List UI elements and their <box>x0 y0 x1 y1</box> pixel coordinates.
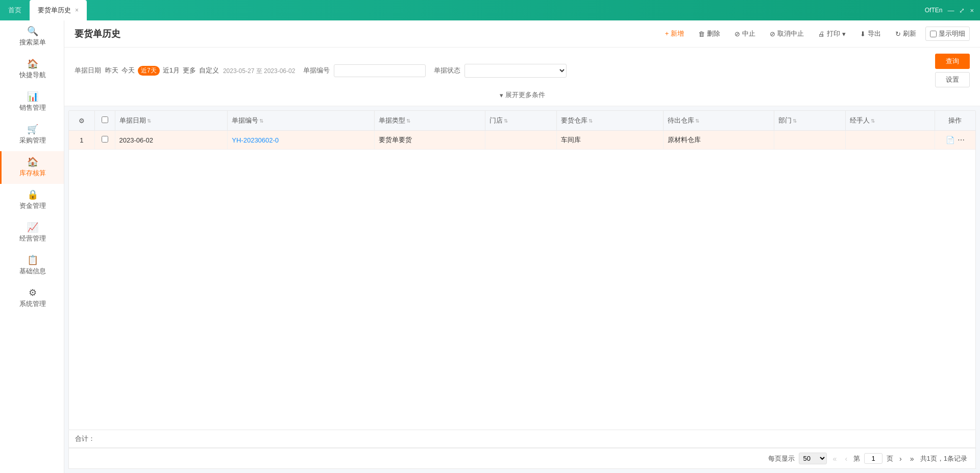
sidebar-item-inventory[interactable]: 🏠 库存核算 <box>0 151 64 184</box>
tab-requisition-history-label: 要货单历史 <box>38 6 71 15</box>
dept-sort-icon[interactable]: ⇅ <box>793 118 797 124</box>
store-sort-icon[interactable]: ⇅ <box>504 118 508 124</box>
table-body: 1 2023-06-02 YH-20230602-0 要货单要货 车间库 原材料… <box>69 131 975 150</box>
col-ops: 操作 <box>935 111 975 131</box>
delete-icon: 🗑 <box>698 30 705 38</box>
date-filter-label: 单据日期 <box>75 66 101 75</box>
shortcut-1month[interactable]: 近1月 <box>163 66 180 75</box>
cancel-stop-icon: ⊘ <box>770 30 775 38</box>
tab-home[interactable]: 首页 <box>0 0 30 20</box>
maximize-icon[interactable]: ⤢ <box>959 7 965 14</box>
req-wh-sort-icon[interactable]: ⇅ <box>589 118 593 124</box>
header-actions: + 新增 🗑 删除 ⊘ 中止 ⊘ 取消中止 🖨 打印 ▾ <box>660 27 970 41</box>
top-bar-right: OfTEn — ⤢ × <box>925 7 980 14</box>
page-unit: 页 <box>887 454 893 463</box>
tab-requisition-history[interactable]: 要货单历史 × <box>30 0 87 20</box>
col-order-no: 单据编号 ⇅ <box>228 111 375 131</box>
status-label: 单据状态 <box>434 66 460 75</box>
sidebar-item-quick-nav-label: 快捷导航 <box>19 70 46 80</box>
row-edit-icon[interactable]: 📄 <box>946 136 954 144</box>
table-row: 1 2023-06-02 YH-20230602-0 要货单要货 车间库 原材料… <box>69 131 975 150</box>
top-bar: 首页 要货单历史 × OfTEn — ⤢ × <box>0 0 980 20</box>
cancel-stop-button[interactable]: ⊘ 取消中止 <box>765 27 809 41</box>
sidebar-item-search-menu[interactable]: 🔍 搜索菜单 <box>0 20 64 53</box>
col-order-type: 单据类型 ⇅ <box>375 111 485 131</box>
date-shortcuts: 昨天 今天 近7天 近1月 更多 自定义 <box>105 66 219 76</box>
sidebar-item-basic-info-label: 基础信息 <box>19 267 46 276</box>
row-pending-warehouse: 原材料仓库 <box>663 131 774 150</box>
sidebar-item-system-mgmt[interactable]: ⚙ 系统管理 <box>0 282 64 315</box>
date-range-text: 2023-05-27 至 2023-06-02 <box>223 67 295 76</box>
close-icon[interactable]: × <box>970 7 974 14</box>
status-select[interactable] <box>464 64 567 78</box>
order-type-sort-icon[interactable]: ⇅ <box>406 118 410 124</box>
filter-actions: 查询 设置 <box>935 54 970 87</box>
last-page-button[interactable]: » <box>908 454 916 464</box>
next-page-button[interactable]: › <box>897 454 904 464</box>
export-icon: ⬇ <box>860 30 866 38</box>
tab-bar: 首页 要货单历史 × <box>0 0 87 20</box>
finance-icon: 🔒 <box>27 190 38 199</box>
query-button[interactable]: 查询 <box>935 54 970 69</box>
print-icon: 🖨 <box>818 30 825 38</box>
shortcut-more[interactable]: 更多 <box>183 66 196 75</box>
export-button[interactable]: ⬇ 导出 <box>855 27 886 41</box>
tab-home-label: 首页 <box>8 6 21 15</box>
refresh-button[interactable]: ↻ 刷新 <box>890 27 921 41</box>
page-input[interactable] <box>864 453 883 464</box>
sidebar-item-basic-info[interactable]: 📋 基础信息 <box>0 249 64 282</box>
order-no-input[interactable] <box>334 64 426 77</box>
row-checkbox[interactable] <box>102 136 108 143</box>
row-order-no: YH-20230602-0 <box>228 131 375 150</box>
pending-wh-sort-icon[interactable]: ⇅ <box>695 118 699 124</box>
summary-label: 合计： <box>75 435 95 442</box>
purchase-icon: 🛒 <box>27 125 38 134</box>
sidebar-item-finance-mgmt[interactable]: 🔒 资金管理 <box>0 184 64 217</box>
display-detail-checkbox[interactable] <box>930 31 937 37</box>
expand-down-icon: ▾ <box>500 91 503 99</box>
row-more-icon[interactable]: ⋯ <box>958 136 965 144</box>
shortcut-7days[interactable]: 近7天 <box>138 66 160 76</box>
tab-close-icon[interactable]: × <box>75 7 79 14</box>
select-all-checkbox[interactable] <box>102 116 108 123</box>
print-button[interactable]: 🖨 打印 ▾ <box>813 27 851 41</box>
prev-page-button[interactable]: ‹ <box>843 454 849 464</box>
col-handler: 经手人 ⇅ <box>845 111 935 131</box>
sidebar-item-operation-mgmt[interactable]: 📈 经营管理 <box>0 217 64 249</box>
date-sort-icon[interactable]: ⇅ <box>147 118 151 124</box>
sales-icon: 📊 <box>27 92 38 101</box>
shortcut-yesterday[interactable]: 昨天 <box>105 66 118 75</box>
expand-more-button[interactable]: ▾ 展开更多条件 <box>75 87 970 100</box>
basic-info-icon: 📋 <box>27 255 38 265</box>
handler-sort-icon[interactable]: ⇅ <box>871 118 875 124</box>
order-no-link[interactable]: YH-20230602-0 <box>232 136 279 144</box>
row-req-warehouse: 车间库 <box>557 131 664 150</box>
sidebar-item-quick-nav[interactable]: 🏠 快捷导航 <box>0 53 64 86</box>
first-page-button[interactable]: « <box>831 454 839 464</box>
delete-button[interactable]: 🗑 删除 <box>693 27 725 41</box>
minimize-icon[interactable]: — <box>947 7 954 14</box>
col-store: 门店 ⇅ <box>485 111 556 131</box>
sidebar-item-inventory-label: 库存核算 <box>19 169 46 178</box>
shortcut-today[interactable]: 今天 <box>121 66 135 75</box>
new-button[interactable]: + 新增 <box>660 27 689 41</box>
sidebar-item-sales-label: 销售管理 <box>19 103 46 112</box>
sidebar-item-purchase-mgmt[interactable]: 🛒 采购管理 <box>0 119 64 151</box>
shortcut-custom[interactable]: 自定义 <box>199 66 219 75</box>
display-detail-button[interactable]: 显示明细 <box>925 27 970 41</box>
row-department <box>774 131 845 150</box>
filter-row: 单据日期 昨天 今天 近7天 近1月 更多 自定义 2023-05-27 至 2… <box>75 54 970 87</box>
inventory-icon: 🏠 <box>27 157 38 167</box>
content-area: 要货单历史 + 新增 🗑 删除 ⊘ 中止 ⊘ 取消中止 🖨 打印 <box>64 20 980 473</box>
data-table: ⚙ 单据日期 ⇅ 单据编号 <box>69 111 975 150</box>
col-config[interactable]: ⚙ <box>69 111 94 131</box>
setting-button[interactable]: 设置 <box>935 72 970 87</box>
page-size-select[interactable]: 50 20 100 <box>799 453 827 464</box>
stop-button[interactable]: ⊘ 中止 <box>729 27 761 41</box>
row-checkbox-cell <box>94 131 115 150</box>
table-footer: 合计： <box>68 430 976 448</box>
per-page-label: 每页显示 <box>768 454 795 463</box>
sidebar-item-sales-mgmt[interactable]: 📊 销售管理 <box>0 86 64 119</box>
filter-area: 单据日期 昨天 今天 近7天 近1月 更多 自定义 2023-05-27 至 2… <box>64 48 980 106</box>
order-no-sort-icon[interactable]: ⇅ <box>259 118 263 124</box>
